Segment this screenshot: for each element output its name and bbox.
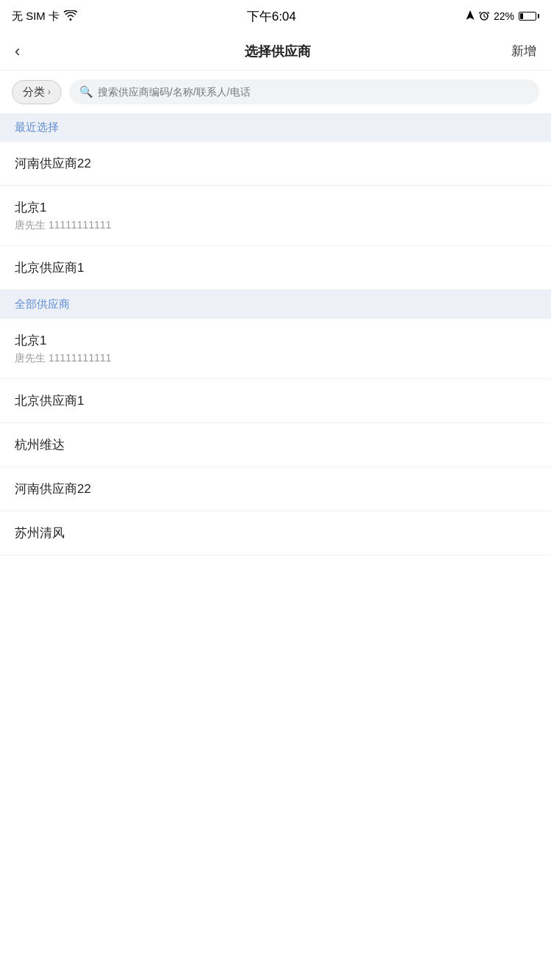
battery-icon: [519, 12, 539, 21]
section-header-recent: 最近选择: [0, 113, 551, 142]
battery-percent: 22%: [494, 10, 514, 22]
list-item[interactable]: 杭州维达: [0, 423, 551, 467]
no-sim-text: 无 SIM 卡: [12, 10, 60, 24]
back-button[interactable]: ‹: [15, 42, 44, 61]
supplier-list: 最近选择河南供应商22北京1唐先生 11111111111北京供应商1全部供应商…: [0, 113, 551, 555]
category-label: 分类: [23, 85, 45, 99]
status-right: 22%: [466, 10, 539, 23]
list-item[interactable]: 河南供应商22: [0, 142, 551, 186]
filter-bar: 分类 › 🔍: [0, 71, 551, 113]
list-item[interactable]: 北京供应商1: [0, 246, 551, 290]
section-header-text-all: 全部供应商: [15, 298, 70, 310]
status-left: 无 SIM 卡: [12, 10, 77, 24]
item-name: 苏州清风: [15, 525, 536, 541]
list-item[interactable]: 北京1唐先生 11111111111: [0, 319, 551, 379]
item-name: 河南供应商22: [15, 155, 536, 172]
list-item[interactable]: 苏州清风: [0, 511, 551, 555]
section-header-text-recent: 最近选择: [15, 120, 59, 133]
list-item[interactable]: 北京1唐先生 11111111111: [0, 186, 551, 246]
wifi-icon: [64, 10, 77, 23]
search-box: 🔍: [69, 79, 539, 104]
search-input[interactable]: [98, 86, 529, 98]
item-name: 杭州维达: [15, 436, 536, 453]
chevron-right-icon: ›: [48, 87, 51, 97]
item-name: 河南供应商22: [15, 480, 536, 497]
nav-bar: ‹ 选择供应商 新增: [0, 32, 551, 71]
item-sub: 唐先生 11111111111: [15, 352, 536, 365]
status-bar: 无 SIM 卡 下午6:04 22%: [0, 0, 551, 32]
item-name: 北京供应商1: [15, 259, 536, 276]
category-filter-button[interactable]: 分类 ›: [12, 80, 62, 104]
status-time: 下午6:04: [247, 8, 296, 25]
list-item[interactable]: 河南供应商22: [0, 467, 551, 511]
item-name: 北京1: [15, 199, 536, 216]
item-name: 北京1: [15, 332, 536, 349]
location-icon: [466, 10, 475, 23]
alarm-icon: [479, 10, 489, 23]
item-sub: 唐先生 11111111111: [15, 219, 536, 232]
add-button[interactable]: 新增: [511, 43, 536, 60]
list-item[interactable]: 北京供应商1: [0, 379, 551, 423]
page-title: 选择供应商: [245, 43, 311, 60]
section-header-all: 全部供应商: [0, 290, 551, 319]
item-name: 北京供应商1: [15, 392, 536, 409]
search-icon: 🔍: [79, 85, 93, 98]
